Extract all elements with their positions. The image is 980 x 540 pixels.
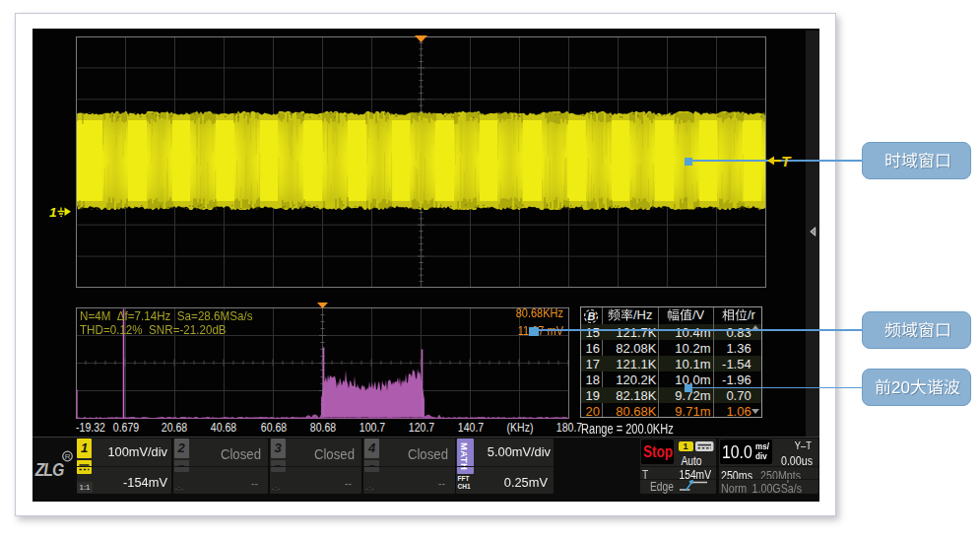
svg-text:1: 1 xyxy=(49,205,57,220)
svg-text:R: R xyxy=(65,452,71,461)
svg-text:T: T xyxy=(781,153,792,169)
svg-text:/r: /r xyxy=(748,308,755,322)
svg-text:ZLG: ZLG xyxy=(34,460,64,480)
svg-text:/V: /V xyxy=(692,308,704,322)
svg-text:/Hz: /Hz xyxy=(633,308,653,322)
svg-text:20: 20 xyxy=(891,378,910,397)
svg-text:B: B xyxy=(588,310,596,322)
